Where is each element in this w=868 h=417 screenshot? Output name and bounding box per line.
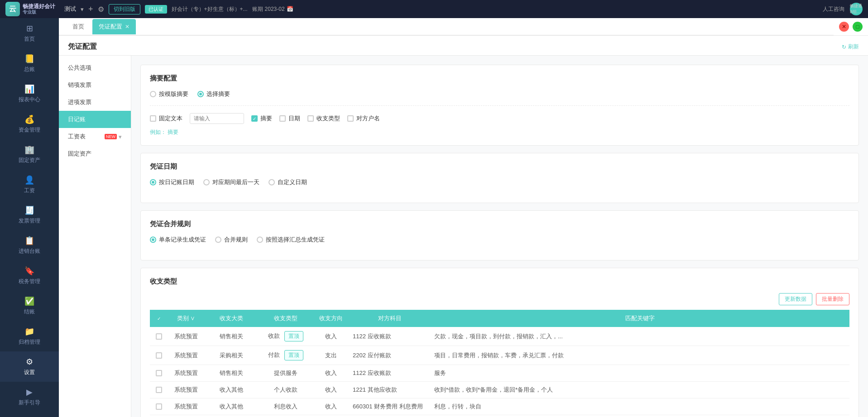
window-maximize-btn[interactable]: □	[853, 22, 863, 32]
top-bar-right: 人工咨询 畅捷通B组...	[823, 3, 863, 15]
sidebar-label-invoice: 发票管理	[19, 217, 40, 225]
income-expense-title: 收支类型	[150, 277, 849, 286]
radio-journal-date[interactable]: 按日记账日期	[150, 178, 194, 186]
radio-custom-date[interactable]: 自定义日期	[269, 178, 307, 186]
radio-period-last[interactable]: 对应期间最后一天	[203, 178, 259, 186]
sidebar-label-reports: 报表中心	[19, 96, 40, 104]
table-row: 系统预置 销售相关 提供服务 收入 1122 应收账款 服务	[150, 365, 849, 382]
company-dropdown[interactable]: ▾	[81, 6, 84, 13]
tab-close-icon[interactable]: ✕	[125, 24, 129, 30]
sidebar-item-sales-purchase[interactable]: 📋 进销台账	[0, 230, 59, 261]
checkbox-date[interactable]: 日期	[279, 114, 300, 123]
period: 账期 2023-02 📅	[252, 5, 293, 13]
left-nav-public[interactable]: 公共选项	[59, 59, 131, 76]
left-nav-fixed-assets[interactable]: 固定资产	[59, 145, 131, 162]
select-all-checkbox[interactable]: ✓	[156, 315, 162, 322]
table-row: 系统预置 销售相关 收款 置顶 收入 1122 应收账款 欠款，现金，项目款，到…	[150, 327, 849, 346]
row-checkbox-1[interactable]	[156, 352, 162, 359]
sidebar-item-archive[interactable]: 📁 归档管理	[0, 321, 59, 351]
row-checkbox-2[interactable]	[156, 370, 162, 376]
top-badge-1[interactable]: 置顶	[284, 350, 303, 360]
th-account: 对方科目	[349, 310, 431, 327]
consult-link[interactable]: 人工咨询	[823, 5, 844, 13]
left-nav: 公共选项 销项发票 进项发票 日记账 工资表 NEW ▾	[59, 56, 131, 417]
checkbox-summary-box: ✓	[251, 115, 258, 122]
page-title: 凭证配置	[68, 42, 97, 52]
archive-icon: 📁	[24, 327, 34, 336]
sidebar-item-reports[interactable]: 📊 报表中心	[0, 79, 59, 109]
sidebar-item-payroll[interactable]: 👤 工资	[0, 170, 59, 200]
th-type: 收支类型	[259, 310, 313, 327]
top-badge-0[interactable]: 置顶	[284, 331, 303, 341]
row-major-4: 收入其他	[204, 398, 259, 415]
sidebar-item-fixed-assets[interactable]: 🏢 固定资产	[0, 139, 59, 170]
fixed-text-input[interactable]	[190, 113, 244, 124]
row-keywords-2: 服务	[431, 365, 849, 382]
refresh-btn[interactable]: ↻ 刷新	[842, 43, 859, 51]
account-type: 好会计（专）+好生意（标）+...	[172, 5, 248, 13]
sidebar-item-member[interactable]: ♦ 畅会员	[0, 412, 59, 417]
checkbox-type[interactable]: 收支类型	[307, 114, 340, 123]
left-nav-payroll[interactable]: 工资表 NEW ▾	[59, 128, 131, 145]
logo-icon: 云	[5, 2, 20, 16]
sidebar-item-invoice[interactable]: 🧾 发票管理	[0, 200, 59, 230]
row-checkbox-3[interactable]	[156, 387, 162, 393]
switch-version-btn[interactable]: 切到旧版	[109, 4, 140, 14]
batch-delete-btn[interactable]: 批量删除	[816, 293, 849, 305]
row-category-2: 系统预置	[168, 365, 204, 382]
row-account-1: 2202 应付账款	[349, 346, 431, 365]
left-nav-journal[interactable]: 日记账	[59, 111, 131, 128]
row-major-0: 销售相关	[204, 327, 259, 346]
left-nav-sales[interactable]: 销项发票	[59, 76, 131, 94]
row-category-3: 系统预置	[168, 382, 204, 398]
th-category: 类别 ∨	[168, 310, 204, 327]
row-checkbox-0[interactable]	[156, 333, 162, 340]
row-major-1: 采购相关	[204, 346, 259, 365]
sidebar-label-fixed-assets: 固定资产	[19, 156, 40, 164]
row-account-2: 1122 应收账款	[349, 365, 431, 382]
radio-template-summary[interactable]: 按模版摘要	[150, 90, 188, 98]
right-content: 摘要配置 按模版摘要 选择摘要	[131, 56, 868, 417]
radio-summary-total-circle	[257, 237, 263, 243]
tab-voucher-config[interactable]: 凭证配置 ✕	[92, 19, 136, 34]
radio-merge-rule[interactable]: 合并规则	[215, 236, 248, 244]
table-row: 系统预置 收入其他 利息收入 收入 660301 财务费用 利息费用 利息，行转…	[150, 398, 849, 415]
checkbox-counterpart-box	[347, 115, 354, 122]
sidebar-item-home[interactable]: ⊞ 首页	[0, 18, 59, 48]
sidebar-label-ledger: 总账	[24, 66, 35, 73]
settlement-icon: ✅	[24, 296, 34, 306]
checkbox-counterpart[interactable]: 对方户名	[347, 114, 380, 123]
radio-single-record[interactable]: 单条记录生成凭证	[150, 236, 206, 244]
left-nav-purchase[interactable]: 进项发票	[59, 94, 131, 111]
add-icon[interactable]: +	[88, 5, 93, 14]
update-data-btn[interactable]: 更新数据	[779, 293, 812, 305]
summary-config-title: 摘要配置	[150, 74, 849, 83]
page-header: 凭证配置 ↻ 刷新	[59, 36, 868, 56]
row-checkbox-4[interactable]	[156, 403, 162, 410]
sidebar-item-ledger[interactable]: 📒 总账	[0, 48, 59, 79]
sidebar-item-tax[interactable]: 🔖 税务管理	[0, 261, 59, 291]
window-close-btn[interactable]: ✕	[839, 22, 849, 32]
th-checkbox[interactable]: ✓	[150, 310, 168, 327]
row-category-0: 系统预置	[168, 327, 204, 346]
top-bar: 云 畅捷通好会计 专业版 测试 ▾ + ⚙ 切到旧版 已认证 好会计（专）+好生…	[0, 0, 868, 18]
sidebar-item-settlement[interactable]: ✅ 结账	[0, 291, 59, 321]
checkbox-summary[interactable]: ✓ 摘要	[251, 114, 272, 123]
sidebar-label-funds: 资金管理	[19, 126, 40, 134]
checkbox-row: 固定文本 ✓ 摘要 日期 收支类型	[150, 113, 849, 124]
sidebar-item-guide[interactable]: ▶ 新手引导	[0, 382, 59, 412]
row-keywords-3: 收到*借款，收到*备用金，退回*备用金，个人	[431, 382, 849, 398]
ledger-icon: 📒	[24, 54, 34, 64]
checkbox-fixed-text[interactable]: 固定文本	[150, 114, 182, 123]
tab-home[interactable]: 首页	[66, 19, 91, 34]
voucher-date-section: 凭证日期 按日记账日期 对应期间最后一天 自定义日期	[140, 153, 859, 203]
row-account-4: 660301 财务费用 利息费用	[349, 398, 431, 415]
radio-select-summary[interactable]: 选择摘要	[197, 90, 230, 98]
sidebar-item-settings[interactable]: ⚙ 设置	[0, 351, 59, 382]
settings-icon[interactable]: ⚙	[98, 5, 104, 14]
avatar[interactable]: 畅捷通B组...	[850, 3, 863, 15]
sidebar-item-funds[interactable]: 💰 资金管理	[0, 109, 59, 139]
settings-sidebar-icon: ⚙	[26, 357, 33, 367]
radio-summary-total[interactable]: 按照选择汇总生成凭证	[257, 236, 325, 244]
table-row: 系统预置 采购相关 付款 置顶 支出 2202 应付账款 项目，日常费用，报销款…	[150, 346, 849, 365]
